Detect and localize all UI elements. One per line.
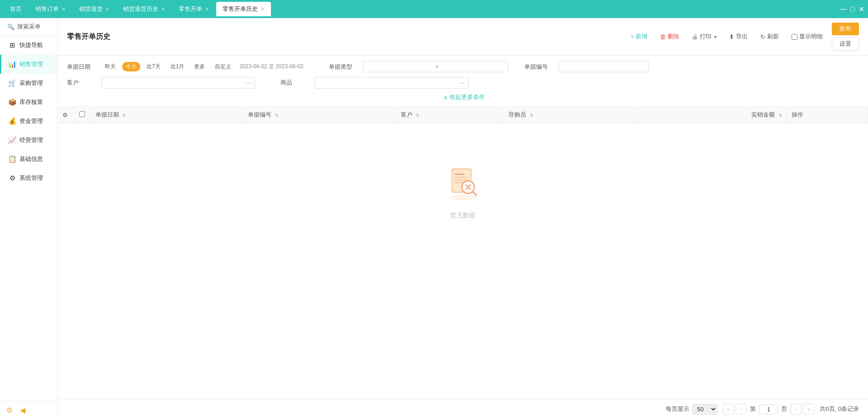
close-tab-retail-open[interactable]: ✕ bbox=[205, 6, 209, 12]
th-ops: 操作 bbox=[787, 107, 868, 123]
svg-point-0 bbox=[449, 195, 476, 200]
next-page-button[interactable]: › bbox=[791, 404, 802, 414]
th-amount: 实销金额 ⇅ bbox=[634, 107, 787, 123]
window-min-icon[interactable]: — bbox=[840, 5, 847, 13]
purchase-mgmt-icon: 🛒 bbox=[8, 79, 17, 87]
sidebar-item-quick-nav[interactable]: ⊞ 快捷导航 bbox=[0, 36, 57, 55]
th-num: 单据编号 ⇅ bbox=[243, 107, 396, 123]
collapse-more-btn[interactable]: ∧ 收起更多条件 bbox=[67, 93, 859, 101]
delete-button[interactable]: 🗑 删除 bbox=[656, 31, 683, 42]
doc-type-select[interactable]: ▾ bbox=[363, 61, 508, 72]
date-opt-yesterday[interactable]: 昨天 bbox=[101, 62, 119, 71]
date-opt-today[interactable]: 今天 bbox=[122, 62, 140, 71]
empty-illustration bbox=[440, 159, 485, 204]
date-range-display: 2023-06-02 至 2023-06-02 bbox=[239, 63, 303, 71]
sort-date-icon[interactable]: ⇅ bbox=[122, 113, 126, 118]
close-tab-sales-return-history[interactable]: ✕ bbox=[161, 6, 165, 12]
empty-state: 暂无数据 bbox=[58, 123, 868, 256]
date-opt-custom[interactable]: 自定义 bbox=[211, 62, 235, 71]
select-all-checkbox[interactable] bbox=[79, 111, 85, 117]
th-settings[interactable]: ⚙ bbox=[58, 107, 74, 123]
window-close-icon[interactable]: ✕ bbox=[859, 5, 864, 14]
display-detail-button[interactable]: 显示明细 bbox=[788, 31, 826, 42]
th-guide: 导购员 ⇅ bbox=[504, 107, 634, 123]
sort-guide-icon[interactable]: ⇅ bbox=[530, 113, 533, 118]
ops-mgmt-icon: 📈 bbox=[8, 136, 17, 144]
query-button[interactable]: 查询 bbox=[832, 23, 859, 35]
window-max-icon[interactable]: □ bbox=[850, 5, 855, 13]
tab-retail-open[interactable]: 零售开单 ✕ bbox=[172, 2, 215, 16]
svg-rect-5 bbox=[455, 179, 466, 180]
page-header: 零售开单历史 + 新增 🗑 删除 🖨 打印 ▾ ⬆ 导出 bbox=[58, 18, 868, 56]
setting-button[interactable]: 设置 bbox=[832, 37, 859, 51]
product-input-wrap[interactable]: ··· bbox=[315, 77, 469, 89]
print-button[interactable]: 🖨 打印 ▾ bbox=[688, 31, 720, 42]
page-size-label: 每页显示 bbox=[666, 405, 689, 413]
filter-row-2: 客户 ··· 商品 ··· bbox=[67, 77, 859, 89]
close-tab-retail-open-history[interactable]: ✕ bbox=[261, 6, 265, 12]
th-customer: 客户 ⇅ bbox=[396, 107, 504, 123]
customer-dots[interactable]: ··· bbox=[246, 79, 251, 86]
sidebar-search[interactable]: 🔍 搜索采单 bbox=[0, 18, 57, 36]
export-icon: ⬆ bbox=[729, 33, 734, 40]
page-num-suffix: 页 bbox=[781, 405, 787, 413]
sys-mgmt-icon: ⚙ bbox=[8, 174, 17, 182]
date-opt-last1m[interactable]: 近1月 bbox=[167, 62, 188, 71]
date-options: 昨天 今天 近7天 近1月 更多 自定义 2023-06-02 至 2023-0… bbox=[101, 62, 304, 71]
export-button[interactable]: ⬆ 导出 bbox=[726, 31, 751, 42]
table-settings-icon[interactable]: ⚙ bbox=[62, 112, 68, 118]
first-page-button[interactable]: « bbox=[723, 404, 734, 414]
empty-state-row: 暂无数据 bbox=[58, 123, 868, 256]
tab-sales-return[interactable]: 销货退货 ✕ bbox=[73, 2, 116, 16]
product-dots[interactable]: ··· bbox=[459, 79, 465, 86]
svg-rect-4 bbox=[455, 177, 468, 178]
finance-mgmt-icon: 💰 bbox=[8, 117, 17, 125]
sidebar-item-ops-mgmt[interactable]: 📈 经营管理 bbox=[0, 131, 57, 150]
pagination: 每页显示 50 10 20 100 « ‹ 第 页 › » 共0页, 0条记录 bbox=[58, 399, 868, 419]
last-page-button[interactable]: » bbox=[803, 404, 814, 414]
doc-type-label: 单据类型 bbox=[329, 63, 356, 71]
date-opt-last7[interactable]: 近7天 bbox=[143, 62, 164, 71]
delete-icon: 🗑 bbox=[660, 33, 666, 40]
sort-customer-icon[interactable]: ⇅ bbox=[416, 113, 419, 118]
close-tab-sales-order[interactable]: ✕ bbox=[62, 6, 66, 12]
sidebar-item-finance-mgmt[interactable]: 💰 资金管理 bbox=[0, 112, 57, 131]
doc-num-label: 单据编号 bbox=[524, 63, 551, 71]
sidebar-item-purchase-mgmt[interactable]: 🛒 采购管理 bbox=[0, 74, 57, 93]
page-num-prefix: 第 bbox=[750, 405, 756, 413]
print-arrow-icon: ▾ bbox=[714, 34, 716, 39]
th-checkbox bbox=[74, 107, 90, 123]
sidebar-item-stock-calc[interactable]: 📦 库存核算 bbox=[0, 93, 57, 112]
prev-page-button[interactable]: ‹ bbox=[735, 404, 746, 414]
table-area: ⚙ 单据日期 ⇅ 单据编号 ⇅ bbox=[58, 107, 868, 399]
pagination-nav: « ‹ 第 页 › » bbox=[723, 404, 814, 414]
sidebar-item-basic-info[interactable]: 📋 基础信息 bbox=[0, 150, 57, 169]
tab-home[interactable]: 首页 bbox=[4, 2, 28, 16]
filter-row-1: 单据日期 昨天 今天 近7天 近1月 更多 自定义 2023-06-02 至 2… bbox=[67, 61, 859, 72]
page-size-select[interactable]: 50 10 20 100 bbox=[692, 404, 717, 414]
refresh-button[interactable]: ↻ 刷新 bbox=[757, 31, 783, 42]
close-tab-sales-return[interactable]: ✕ bbox=[105, 6, 109, 12]
date-opt-more[interactable]: 更多 bbox=[190, 62, 209, 71]
tab-sales-return-history[interactable]: 销货退货历史 ✕ bbox=[117, 2, 171, 16]
product-label: 商品 bbox=[280, 79, 308, 87]
page-num-input[interactable] bbox=[759, 405, 778, 414]
sidebar-item-sys-mgmt[interactable]: ⚙ 系统管理 bbox=[0, 169, 57, 188]
sort-num-icon[interactable]: ⇅ bbox=[275, 113, 279, 118]
table-header-row: ⚙ 单据日期 ⇅ 单据编号 ⇅ bbox=[58, 107, 868, 123]
tab-sales-order[interactable]: 销售订单 ✕ bbox=[29, 2, 72, 16]
display-detail-checkbox[interactable] bbox=[792, 34, 797, 40]
sidebar-item-sales-mgmt[interactable]: 📊 销售管理 bbox=[0, 55, 57, 74]
customer-label: 客户 bbox=[67, 79, 94, 87]
quick-nav-icon: ⊞ bbox=[8, 41, 17, 49]
search-icon: 🔍 bbox=[7, 24, 14, 30]
empty-text: 暂无数据 bbox=[450, 212, 475, 220]
sort-amount-icon[interactable]: ⇅ bbox=[778, 113, 782, 118]
date-label: 单据日期 bbox=[67, 63, 94, 71]
add-button[interactable]: + 新增 bbox=[627, 31, 651, 42]
tab-retail-open-history[interactable]: 零售开单历史 ✕ bbox=[216, 2, 271, 16]
settings-gear-icon[interactable]: ⚙ bbox=[6, 406, 13, 414]
doc-num-input[interactable] bbox=[559, 61, 649, 72]
customer-input-wrap[interactable]: ··· bbox=[101, 77, 255, 89]
collapse-sidebar-icon[interactable]: ◀ bbox=[20, 406, 25, 414]
